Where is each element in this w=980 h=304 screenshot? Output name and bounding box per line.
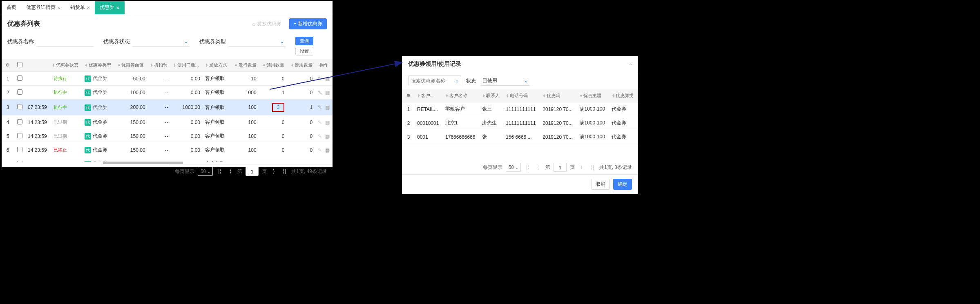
main-panel: 首页 优惠券详情页× 销货单× 优惠券× 优惠券列表 ⎋发放优惠券 + 新增优惠… <box>2 1 333 167</box>
sort-icon[interactable]: ▲▼ <box>52 64 55 67</box>
add-coupon-button[interactable]: + 新增优惠券 <box>289 18 327 29</box>
sort-icon[interactable]: ▲▼ <box>445 94 449 98</box>
table-row[interactable]: 3 0001 17666666666 张 156 6666 ... 201912… <box>402 130 638 144</box>
page-input[interactable] <box>246 167 259 176</box>
method: 客户领取 <box>203 143 231 157</box>
row-checkbox[interactable] <box>17 104 22 109</box>
theme: 满1000-100 <box>577 116 609 130</box>
sort-icon[interactable]: ▲▼ <box>482 94 485 98</box>
qrcode-icon[interactable]: ▦ <box>325 76 330 82</box>
sort-icon[interactable]: ▲▼ <box>542 94 546 98</box>
edit-icon[interactable]: ✎ <box>318 90 322 95</box>
row-number: 1 <box>402 102 415 116</box>
sort-icon[interactable]: ▲▼ <box>150 64 154 67</box>
filter-status-select[interactable]: ⌄ <box>132 37 190 47</box>
qrcode-icon[interactable]: ▦ <box>325 120 330 125</box>
sort-icon[interactable]: ▲▼ <box>612 94 615 98</box>
modal-status-select[interactable]: 已使用 ⌄ <box>481 76 530 86</box>
sort-icon[interactable]: ▲▼ <box>117 64 121 67</box>
tabs: 首页 优惠券详情页× 销货单× 优惠券× <box>2 1 333 14</box>
search-icon[interactable]: ⌕ <box>455 78 458 84</box>
sort-icon[interactable]: ▲▼ <box>580 94 583 98</box>
tab-home[interactable]: 首页 <box>2 1 21 14</box>
qrcode-icon[interactable]: ▦ <box>325 104 330 110</box>
page-summary: 共1页, 3条记录 <box>599 164 632 171</box>
first-page-button[interactable]: |⟨ <box>216 168 223 175</box>
edit-icon[interactable]: ✎ <box>318 76 322 82</box>
gear-icon[interactable]: ⚙ <box>406 93 411 98</box>
threshold: 0.00 <box>171 72 203 86</box>
select-all-checkbox[interactable] <box>17 62 22 67</box>
filter-name-input[interactable] <box>36 37 94 47</box>
table-row[interactable]: 1 待执行 代代金券 50.00 -- 0.00 客户领取 10 0 0 ✎▦ <box>2 72 333 86</box>
type-text: 代金券 <box>93 161 107 162</box>
row-checkbox[interactable] <box>17 133 22 138</box>
close-icon[interactable]: × <box>116 4 119 11</box>
tab-coupons[interactable]: 优惠券× <box>95 1 124 14</box>
coupon-table-wrap[interactable]: ⚙ ▲▼优惠券状态 ▲▼优惠券类型 ▲▼优惠券面值 ▲▼折扣% ▲▼使用门槛..… <box>2 59 333 162</box>
last-page-button[interactable]: ⟩| <box>589 164 596 171</box>
per-page-select[interactable]: 50 <box>198 167 213 176</box>
type-text: 代金券 <box>93 119 107 125</box>
usage-table: ⚙ ▲▼客户... ▲▼客户名称 ▲▼联系人 ▲▼电话号码 ▲▼优惠码 ▲▼优惠… <box>402 89 638 144</box>
close-icon[interactable]: × <box>87 4 90 11</box>
table-row[interactable]: 4 14 23:59 已过期 代代金券 150.00 -- 0.00 客户领取 … <box>2 115 333 129</box>
settings-button[interactable]: 设置 <box>295 47 313 55</box>
row-checkbox[interactable] <box>17 147 22 152</box>
next-page-button[interactable]: ⟩ <box>578 164 585 171</box>
search-button[interactable]: 查询 <box>295 37 313 45</box>
row-checkbox[interactable] <box>17 89 22 95</box>
sort-icon[interactable]: ▲▼ <box>506 94 509 98</box>
edit-icon[interactable]: ✎ <box>318 161 322 162</box>
table-row[interactable]: 2 执行中 代代金券 100.00 -- 0.00 客户领取 1000 1 0 … <box>2 86 333 100</box>
next-page-button[interactable]: ⟩ <box>270 168 277 175</box>
edit-icon[interactable]: ✎ <box>318 133 322 139</box>
page-input[interactable] <box>554 163 567 172</box>
edit-icon[interactable]: ✎ <box>318 120 322 125</box>
row-checkbox[interactable] <box>17 161 22 162</box>
modal-body[interactable]: ⚙ ▲▼客户... ▲▼客户名称 ▲▼联系人 ▲▼电话号码 ▲▼优惠码 ▲▼优惠… <box>402 89 638 160</box>
sort-icon[interactable]: ▲▼ <box>173 64 176 67</box>
claimed-count: 0 <box>259 72 287 86</box>
prev-page-button[interactable]: ⟨ <box>535 164 542 171</box>
sort-icon[interactable]: ▲▼ <box>290 64 294 67</box>
table-row[interactable]: 3 07 23:59 执行中 代代金券 200.00 -- 1000.00 客户… <box>2 100 333 115</box>
tab-sales-order[interactable]: 销货单× <box>65 1 95 14</box>
qrcode-icon[interactable]: ▦ <box>325 161 330 162</box>
sort-icon[interactable]: ▲▼ <box>234 64 238 67</box>
first-page-button[interactable]: |⟨ <box>524 164 531 171</box>
table-row[interactable]: 7 14 23:59 待发布 代代金券 150.00 -- 0.00 客户领取 … <box>2 157 333 162</box>
table-row[interactable]: 1 RETAIL... 零散客户 张三 11111111111 2019120 … <box>402 102 638 116</box>
table-row[interactable]: 5 14 23:59 已过期 代代金券 150.00 -- 0.00 客户领取 … <box>2 129 333 143</box>
sort-icon[interactable]: ▲▼ <box>417 94 420 98</box>
gear-icon[interactable]: ⚙ <box>6 62 10 67</box>
page-header: 优惠券列表 ⎋发放优惠券 + 新增优惠券 <box>2 14 333 33</box>
customer-code: 0001 <box>415 130 443 144</box>
sort-icon[interactable]: ▲▼ <box>85 64 88 67</box>
close-icon[interactable]: × <box>629 61 632 67</box>
sort-icon[interactable]: ▲▼ <box>262 64 266 67</box>
customer-name: 零散客户 <box>443 102 480 116</box>
modal-search[interactable]: ⌕ <box>408 75 461 86</box>
filter-type-select[interactable]: ⌄ <box>228 37 286 47</box>
cancel-button[interactable]: 取消 <box>591 179 610 190</box>
qrcode-icon[interactable]: ▦ <box>325 133 330 139</box>
row-checkbox[interactable] <box>17 75 22 81</box>
ok-button[interactable]: 确定 <box>613 179 632 190</box>
close-icon[interactable]: × <box>57 4 60 11</box>
qrcode-icon[interactable]: ▦ <box>325 90 330 95</box>
last-page-button[interactable]: ⟩| <box>281 168 288 175</box>
per-page-select[interactable]: 50 <box>506 163 521 172</box>
table-row[interactable]: 6 14 23:59 已终止 代代金券 150.00 -- 0.00 客户领取 … <box>2 143 333 157</box>
row-checkbox[interactable] <box>17 119 22 124</box>
edit-icon[interactable]: ✎ <box>318 147 322 153</box>
issue-coupon-button[interactable]: ⎋发放优惠券 <box>248 18 286 29</box>
table-row[interactable]: 2 00010001 北京1 唐先生 11111111111 2019120 7… <box>402 116 638 130</box>
tab-coupon-detail[interactable]: 优惠券详情页× <box>21 1 65 14</box>
sort-icon[interactable]: ▲▼ <box>205 64 208 67</box>
edit-icon[interactable]: ✎ <box>318 104 322 110</box>
claimed-count-link[interactable]: 3 <box>272 103 285 112</box>
prev-page-button[interactable]: ⟨ <box>227 168 234 175</box>
qrcode-icon[interactable]: ▦ <box>325 147 330 153</box>
modal-search-input[interactable] <box>411 78 455 84</box>
